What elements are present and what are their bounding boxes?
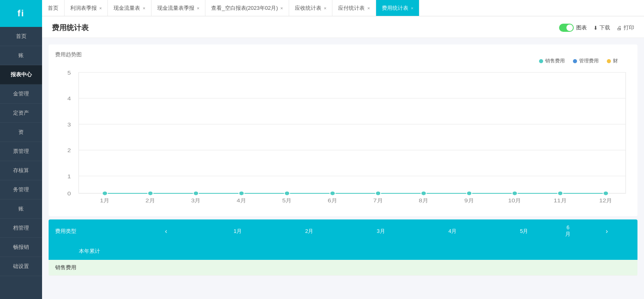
sidebar-item-inventory[interactable]: 存核算 [0, 161, 42, 180]
close-tab-receivable[interactable]: × [324, 6, 326, 11]
tab-bar: 首页 利润表季报 × 现金流量表 × 现金流量表季报 × 查看_空白报表(202… [42, 0, 644, 16]
th-ytd: 本年累计 [49, 243, 130, 260]
trend-chart: 5 4 3 2 1 0 1月 2月 3月 4月 5月 [55, 62, 631, 208]
legend-sales-label: 销售费用 [545, 58, 565, 64]
close-tab-expense-stats[interactable]: × [411, 6, 413, 11]
legend-finance: 财 [607, 58, 618, 64]
expense-table: 费用类型 ‹ 1月 2月 3月 4月 5月 6月 › 本年累计 销售费用 [49, 219, 637, 276]
prev-months-button[interactable]: ‹ [130, 219, 202, 243]
sidebar-logo: fi [0, 0, 42, 27]
svg-text:5月: 5月 [282, 197, 292, 203]
svg-point-30 [330, 191, 335, 196]
svg-text:11月: 11月 [554, 197, 567, 203]
td-empty-4 [345, 260, 417, 275]
chart-legend: 销售费用 管理费用 财 [539, 58, 618, 64]
close-tab-payable[interactable]: × [367, 6, 370, 11]
table-row: 销售费用 [49, 260, 637, 276]
sidebar-item-ledger[interactable]: 账 [0, 199, 42, 219]
main-area: 首页 利润表季报 × 现金流量表 × 现金流量表季报 × 查看_空白报表(202… [42, 0, 644, 299]
header-actions: 图表 ⬇ 下载 🖨 打印 [559, 24, 634, 32]
tab-payable[interactable]: 应付统计表 × [332, 0, 376, 16]
svg-text:4月: 4月 [236, 197, 246, 203]
tab-cashflow[interactable]: 现金流量表 × [108, 0, 151, 16]
svg-point-29 [284, 191, 290, 196]
svg-rect-12 [79, 72, 626, 193]
svg-text:2: 2 [67, 148, 71, 153]
svg-text:9月: 9月 [464, 197, 474, 203]
sidebar-item-expense[interactable]: 畅报销 [0, 238, 42, 257]
svg-point-36 [603, 191, 608, 196]
sidebar-item-account[interactable]: 账 [0, 46, 42, 65]
svg-text:3: 3 [67, 122, 71, 127]
svg-point-33 [467, 191, 472, 196]
legend-finance-dot [607, 59, 611, 63]
th-month-4: 4月 [417, 219, 488, 243]
td-empty-ytd [576, 260, 637, 275]
sidebar: fi 首页 账 报表中心 金管理 定资产 资 票管理 存核算 务管理 账 档管理… [0, 0, 42, 299]
svg-point-26 [148, 191, 153, 196]
svg-point-32 [421, 191, 426, 196]
sidebar-item-finance[interactable]: 金管理 [0, 84, 42, 104]
print-button[interactable]: 🖨 打印 [617, 24, 634, 31]
close-tab-blank-report[interactable]: × [281, 6, 283, 11]
close-tab-cashflow[interactable]: × [143, 6, 145, 11]
next-months-button[interactable]: › [576, 219, 637, 243]
tab-cashflow-quarterly[interactable]: 现金流量表季报 × [152, 0, 205, 16]
svg-text:0: 0 [67, 191, 71, 197]
th-month-2: 2月 [274, 219, 345, 243]
td-type-sales: 销售费用 [49, 260, 130, 275]
svg-point-34 [512, 191, 517, 196]
sidebar-item-assets[interactable]: 定资产 [0, 104, 42, 123]
sidebar-item-capital[interactable]: 资 [0, 123, 42, 142]
chart-toggle[interactable] [559, 24, 574, 32]
svg-point-31 [375, 191, 381, 196]
tab-receivable[interactable]: 应收统计表 × [289, 0, 332, 16]
svg-text:12月: 12月 [599, 197, 612, 203]
chart-container: 费用趋势图 销售费用 管理费用 财 [49, 44, 637, 216]
td-empty-nav [560, 260, 576, 275]
th-month-1: 1月 [202, 219, 273, 243]
legend-sales-dot [539, 59, 543, 63]
table-body: 销售费用 [49, 260, 637, 276]
legend-admin-label: 管理费用 [579, 58, 599, 64]
tab-blank-report[interactable]: 查看_空白报表(2023年02月) × [205, 0, 289, 16]
sidebar-item-settings[interactable]: 础设置 [0, 257, 42, 276]
svg-text:6月: 6月 [328, 197, 337, 203]
chart-toggle-label: 图表 [576, 24, 587, 31]
svg-point-35 [558, 191, 563, 196]
svg-text:3月: 3月 [191, 197, 201, 203]
td-empty-1 [130, 260, 202, 275]
table-header: 费用类型 ‹ 1月 2月 3月 4月 5月 6月 › 本年累计 [49, 219, 637, 260]
sidebar-item-archive[interactable]: 档管理 [0, 219, 42, 238]
page-header: 费用统计表 图表 ⬇ 下载 🖨 打印 [42, 16, 644, 38]
svg-text:10月: 10月 [508, 197, 521, 203]
svg-text:5: 5 [67, 70, 71, 75]
th-type: 费用类型 [49, 219, 130, 243]
td-empty-3 [274, 260, 345, 275]
sidebar-item-service[interactable]: 务管理 [0, 180, 42, 199]
legend-admin-dot [573, 59, 577, 63]
close-tab-cashflow-quarterly[interactable]: × [197, 6, 199, 11]
page-title: 费用统计表 [52, 23, 89, 33]
tab-expense-stats[interactable]: 费用统计表 × [376, 0, 419, 16]
svg-text:2月: 2月 [145, 197, 155, 203]
tab-profit-quarterly[interactable]: 利润表季报 × [65, 0, 108, 16]
sidebar-item-reports[interactable]: 报表中心 [0, 65, 42, 84]
content-area: 费用统计表 图表 ⬇ 下载 🖨 打印 费用趋势图 [42, 16, 644, 299]
td-empty-2 [202, 260, 273, 275]
sidebar-item-invoice[interactable]: 票管理 [0, 142, 42, 161]
svg-text:7月: 7月 [373, 197, 383, 203]
download-icon: ⬇ [593, 25, 598, 31]
tab-home[interactable]: 首页 [42, 0, 65, 16]
th-month-6: 6月 [560, 219, 576, 243]
close-tab-profit-quarterly[interactable]: × [99, 6, 102, 11]
sidebar-item-home[interactable]: 首页 [0, 27, 42, 46]
svg-text:8月: 8月 [419, 197, 428, 203]
svg-text:4: 4 [67, 96, 71, 102]
svg-point-27 [193, 191, 198, 196]
download-button[interactable]: ⬇ 下载 [593, 24, 610, 31]
td-empty-6 [488, 260, 560, 275]
th-month-5: 5月 [488, 219, 560, 243]
svg-point-28 [239, 191, 244, 196]
svg-text:1: 1 [67, 173, 71, 179]
